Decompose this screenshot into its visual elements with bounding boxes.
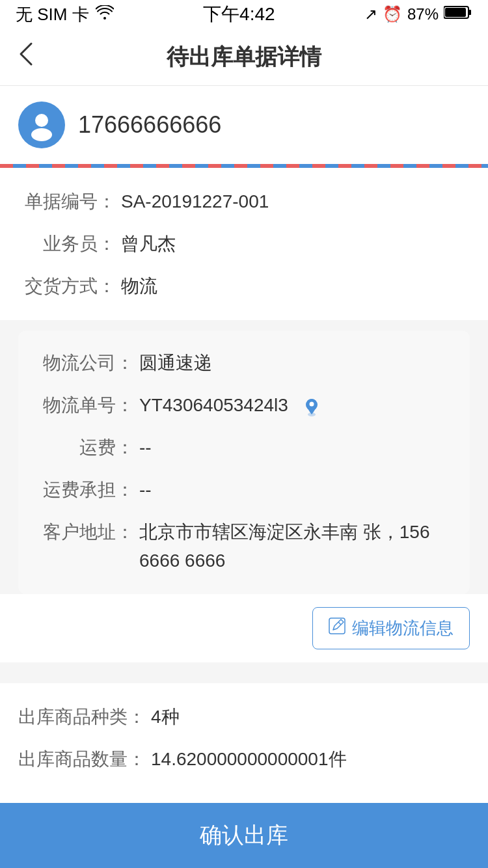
- freight-label: 运费：: [36, 433, 134, 463]
- logistics-company-row: 物流公司： 圆通速递: [36, 349, 452, 378]
- alarm-icon: ⏰: [383, 5, 402, 23]
- edit-logistics-button[interactable]: 编辑物流信息: [312, 607, 470, 649]
- logistics-company-value: 圆通速递: [134, 349, 452, 378]
- sales-rep-value: 曾凡杰: [116, 230, 470, 259]
- customer-header: 17666666666: [0, 86, 488, 164]
- goods-quantity-value: 14.620000000000001件: [146, 745, 470, 774]
- logistics-tracking-label: 物流单号：: [36, 391, 134, 420]
- status-time: 下午4:42: [203, 2, 275, 27]
- svg-rect-1: [468, 10, 471, 15]
- location-icon: ↗: [364, 5, 377, 23]
- logistics-company-label: 物流公司：: [36, 349, 134, 378]
- goods-type-row: 出库商品种类： 4种: [18, 703, 470, 732]
- goods-type-value: 4种: [146, 703, 470, 732]
- delivery-row: 交货方式： 物流: [18, 272, 470, 301]
- wifi-icon: [96, 5, 114, 23]
- document-number-row: 单据编号： SA-20191227-001: [18, 187, 470, 217]
- svg-rect-2: [445, 8, 466, 17]
- battery-icon: [444, 5, 472, 23]
- address-value: 北京市市辖区海淀区永丰南 张，156 6666 6666: [134, 518, 452, 576]
- customer-phone: 17666666666: [78, 111, 221, 139]
- logistics-tracking-row: 物流单号： YT43064053424l3: [36, 391, 452, 420]
- goods-quantity-label: 出库商品数量：: [18, 745, 146, 774]
- svg-point-4: [31, 128, 52, 141]
- goods-type-label: 出库商品种类：: [18, 703, 146, 732]
- battery-text: 87%: [407, 5, 439, 23]
- address-row: 客户地址： 北京市市辖区海淀区永丰南 张，156 6666 6666: [36, 518, 452, 576]
- delivery-label: 交货方式：: [18, 272, 116, 301]
- avatar: [18, 102, 65, 148]
- address-label: 客户地址：: [36, 518, 134, 547]
- edit-logistics-label: 编辑物流信息: [352, 617, 454, 640]
- freight-row: 运费： --: [36, 433, 452, 463]
- status-left: 无 SIM 卡: [16, 3, 114, 26]
- nav-bar: 待出库单据详情: [0, 29, 488, 86]
- freight-bearer-value: --: [134, 476, 452, 505]
- sales-rep-row: 业务员： 曾凡杰: [18, 230, 470, 259]
- page-title: 待出库单据详情: [167, 42, 321, 72]
- document-info-section: 单据编号： SA-20191227-001 业务员： 曾凡杰 交货方式： 物流: [0, 168, 488, 320]
- freight-value: --: [134, 433, 452, 463]
- confirm-bar[interactable]: 确认出库: [0, 803, 488, 868]
- svg-point-7: [309, 401, 314, 406]
- goods-section: 出库商品种类： 4种 出库商品数量： 14.620000000000001件: [0, 683, 488, 794]
- confirm-button-label: 确认出库: [200, 821, 288, 850]
- edit-action-row: 编辑物流信息: [0, 594, 488, 662]
- document-number-label: 单据编号：: [18, 187, 116, 217]
- section-divider: [0, 673, 488, 683]
- freight-bearer-label: 运费承担：: [36, 476, 134, 505]
- svg-point-3: [35, 114, 48, 127]
- freight-bearer-row: 运费承担： --: [36, 476, 452, 505]
- sales-rep-label: 业务员：: [18, 230, 116, 259]
- edit-icon: [329, 617, 346, 639]
- location-pin-icon[interactable]: [300, 395, 323, 418]
- carrier-text: 无 SIM 卡: [16, 3, 89, 26]
- logistics-card: 物流公司： 圆通速递 物流单号： YT43064053424l3 运费： -- …: [18, 331, 470, 594]
- status-right: ↗ ⏰ 87%: [364, 5, 472, 23]
- delivery-value: 物流: [116, 272, 470, 301]
- goods-quantity-row: 出库商品数量： 14.620000000000001件: [18, 745, 470, 774]
- back-button[interactable]: [18, 41, 34, 73]
- document-number-value: SA-20191227-001: [116, 187, 470, 217]
- status-bar: 无 SIM 卡 下午4:42 ↗ ⏰ 87%: [0, 0, 488, 29]
- logistics-tracking-value: YT43064053424l3: [134, 391, 452, 420]
